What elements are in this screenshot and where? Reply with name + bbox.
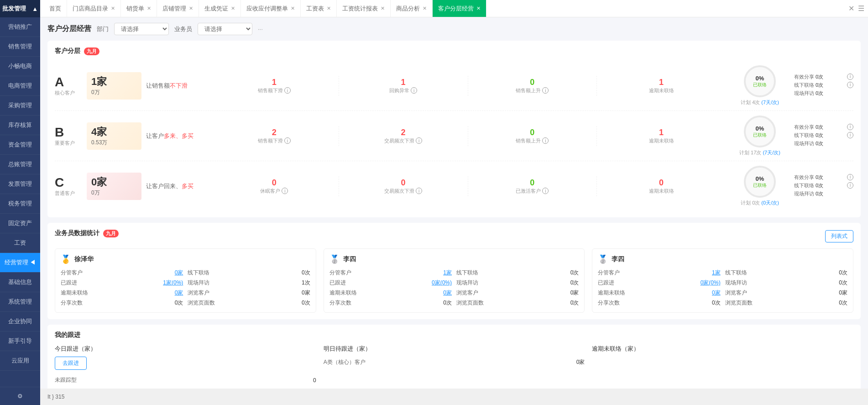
sidebar-item-cloud[interactable]: 云应用 — [0, 351, 40, 371]
tab-menu-icon[interactable]: ☰ — [858, 4, 864, 13]
goto-followup-button[interactable]: 去跟进 — [55, 357, 87, 370]
info-icon-c-side1[interactable]: i — [847, 174, 853, 180]
stat-a-4[interactable]: 1 逾期未联络 — [597, 76, 726, 96]
stat-b-2[interactable]: 2 交易频次下滑 i — [339, 126, 468, 146]
tab-close-all-icon[interactable]: ✕ — [848, 4, 854, 13]
tab-customer-tier[interactable]: 客户分层经营 ✕ — [433, 0, 486, 17]
sidebar-settings[interactable]: ⚙ — [0, 387, 40, 405]
tab-sales-order[interactable]: 销货单 ✕ — [121, 0, 157, 17]
stat-val-1-4[interactable]: 0家 — [443, 289, 452, 297]
tab-close-payroll-report[interactable]: ✕ — [381, 5, 385, 11]
info-icon-a-side1[interactable]: i — [847, 74, 853, 80]
stat-a-1[interactable]: 1 销售额下滑 i — [210, 76, 339, 96]
contact-plan-link-a[interactable]: (7天/次) — [761, 100, 779, 105]
stat-b-1[interactable]: 2 销售额下滑 i — [210, 126, 339, 146]
staff-stat-row-1-5: 浏览客户 0家 — [456, 289, 579, 297]
sidebar-item-management[interactable]: 经营管理 ◀ — [0, 253, 40, 273]
stat-val-2-4[interactable]: 0家 — [712, 289, 721, 297]
stat-val-0-4[interactable]: 0家 — [175, 289, 183, 297]
stat-val-0-0[interactable]: 0家 — [175, 269, 183, 277]
tab-close-voucher[interactable]: ✕ — [231, 5, 235, 11]
tab-store-products[interactable]: 门店商品目录 ✕ — [67, 0, 121, 17]
tab-close-payroll-table[interactable]: ✕ — [327, 5, 331, 11]
stat-val-2-2[interactable]: 0家(0%) — [701, 279, 721, 287]
sidebar-item-finance[interactable]: 资金管理 — [0, 135, 40, 155]
info-icon-c3[interactable]: i — [542, 188, 549, 194]
stat-c-4[interactable]: 0 逾期未联络 — [597, 176, 726, 196]
stat-b-3[interactable]: 0 销售额上升 i — [468, 126, 597, 146]
tier-stats-c: 0 休眠客户 i 0 交易频次下滑 i 0 — [210, 176, 726, 196]
sidebar-item-ecommerce[interactable]: 电商管理 — [0, 76, 40, 96]
tab-close-store-mgmt[interactable]: ✕ — [189, 5, 193, 11]
stat-b-4[interactable]: 1 逾期未联络 — [597, 126, 726, 146]
info-icon-b1[interactable]: i — [284, 137, 291, 144]
sidebar-item-system[interactable]: 系统管理 — [0, 292, 40, 312]
sidebar-item-marketing[interactable]: 营销推广 — [0, 17, 40, 37]
tab-ar-ap[interactable]: 应收应付调整单 ✕ — [241, 0, 301, 17]
staff-medal-0: 🥇 — [61, 254, 71, 264]
stat-a-3[interactable]: 0 销售额上升 i — [468, 76, 597, 96]
contact-plan-link-b[interactable]: (7天/次) — [763, 150, 780, 155]
staff-stats-1: 分管客户 1家 线下联络 0次 已跟进 0家(0%) 现场拜访 — [329, 269, 579, 307]
circle-c: 0% 已联络 — [744, 166, 776, 198]
stat-c-1[interactable]: 0 休眠客户 i — [210, 176, 339, 196]
tab-voucher[interactable]: 生成凭证 ✕ — [199, 0, 241, 17]
info-icon-a3[interactable]: i — [542, 87, 549, 94]
sidebar-item-payroll[interactable]: 工资 — [0, 233, 40, 253]
staff-stat-row-1-4: 逾期未联络 0家 — [329, 289, 452, 297]
tab-product-analysis[interactable]: 商品分析 ✕ — [391, 0, 433, 17]
sidebar-item-invoice[interactable]: 发票管理 — [0, 174, 40, 194]
stat-val-1-6: 0次 — [443, 299, 452, 307]
info-icon-b3[interactable]: i — [542, 137, 549, 144]
info-icon-a1[interactable]: i — [284, 87, 291, 94]
sidebar-collapse-icon[interactable]: ▲ — [32, 5, 38, 12]
sidebar-item-fixed-assets[interactable]: 固定资产 — [0, 214, 40, 233]
staff-stat-row-1-0: 分管客户 1家 — [329, 269, 452, 277]
sidebar-item-guide[interactable]: 新手引导 — [0, 331, 40, 351]
staff-stat-row-0-6: 分享次数 0次 — [61, 299, 183, 307]
info-icon-b2[interactable]: i — [416, 137, 422, 144]
sidebar-active-arrow: ◀ — [30, 259, 36, 266]
tab-close-store-products[interactable]: ✕ — [111, 5, 115, 11]
info-icon-c1[interactable]: i — [282, 188, 288, 194]
info-icon-c2[interactable]: i — [416, 188, 422, 194]
tab-payroll-report[interactable]: 工资统计报表 ✕ — [337, 0, 391, 17]
info-icon-a-side2[interactable]: i — [847, 82, 853, 88]
stat-c-2[interactable]: 0 交易频次下滑 i — [339, 176, 468, 196]
tab-close-ar-ap[interactable]: ✕ — [291, 5, 295, 11]
stat-c-3[interactable]: 0 已激活客户 i — [468, 176, 597, 196]
sidebar-item-tax[interactable]: 税务管理 — [0, 194, 40, 214]
sidebar-item-collab[interactable]: 企业协同 — [0, 312, 40, 331]
info-icon-c-side2[interactable]: i — [847, 182, 853, 189]
tab-store-mgmt[interactable]: 店铺管理 ✕ — [157, 0, 199, 17]
tab-payroll-table[interactable]: 工资表 ✕ — [301, 0, 337, 17]
staff-name-0: 徐泽华 — [74, 255, 94, 263]
sidebar-item-purchase[interactable]: 采购管理 — [0, 96, 40, 116]
sidebar-item-sales[interactable]: 销售管理 — [0, 37, 40, 57]
sidebar-header[interactable]: 批发管理 ▲ — [0, 0, 40, 17]
dept-filter-select[interactable]: 请选择 — [114, 23, 169, 35]
sidebar-item-inventory[interactable]: 库存核算 — [0, 116, 40, 135]
stat-val-1-0[interactable]: 1家 — [443, 269, 452, 277]
stat-val-2-5: 0家 — [839, 289, 847, 297]
list-view-button[interactable]: 列表式 — [825, 230, 853, 242]
more-filter-icon[interactable]: ··· — [258, 26, 263, 32]
contact-plan-link-c[interactable]: (0天/次) — [761, 200, 779, 205]
info-icon-a2[interactable]: i — [411, 87, 417, 94]
stat-val-0-2[interactable]: 1家(0%) — [163, 279, 183, 287]
followup-col-title-1: 明日待跟进（家） — [324, 345, 585, 353]
tab-close-customer-tier[interactable]: ✕ — [476, 5, 481, 11]
staff-filter-select[interactable]: 请选择 — [198, 23, 252, 35]
stat-val-1-2[interactable]: 0家(0%) — [432, 279, 452, 287]
stat-val-2-0[interactable]: 1家 — [712, 269, 721, 277]
info-icon-b-side2[interactable]: i — [847, 132, 853, 138]
info-icon-b-side1[interactable]: i — [847, 124, 853, 130]
tab-close-sales-order[interactable]: ✕ — [147, 5, 151, 11]
sidebar-item-basic-info[interactable]: 基础信息 — [0, 273, 40, 292]
tab-home[interactable]: 首页 — [44, 0, 67, 17]
stat-a-2[interactable]: 1 回购异常 i — [339, 76, 468, 96]
tab-close-product-analysis[interactable]: ✕ — [423, 5, 427, 11]
sidebar-item-ecommerce-small[interactable]: 小畅电商 — [0, 57, 40, 76]
followup-col-title-0: 今日跟进（家） — [55, 345, 316, 353]
sidebar-item-ledger[interactable]: 总账管理 — [0, 155, 40, 174]
